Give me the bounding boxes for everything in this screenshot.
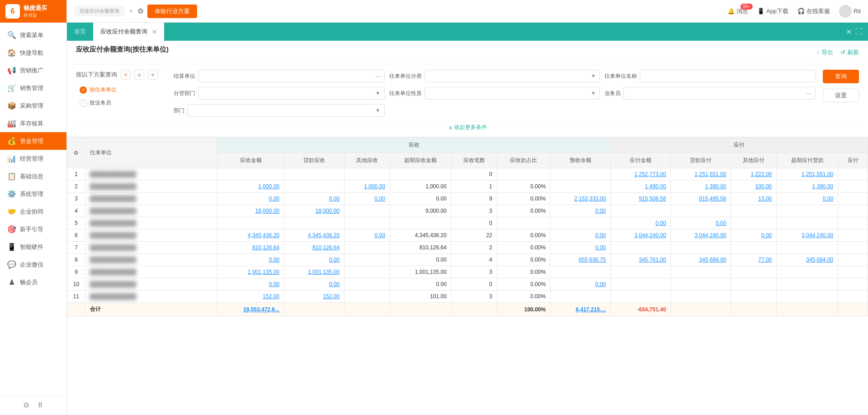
row-cell-3[interactable]: 4,345,436.20 <box>284 229 344 242</box>
row-cell-4[interactable]: 0.00 <box>344 229 390 242</box>
service-icon: 🎧 <box>797 8 805 14</box>
export-btn[interactable]: ↑ 导出 <box>817 48 834 57</box>
row-cell-3[interactable]: 0.00 <box>284 193 344 205</box>
footer-yushou[interactable]: 6,417,215.... <box>551 303 611 316</box>
sidebar-item-guide[interactable]: 🎯 新手引导 <box>0 220 66 238</box>
row-cell-2[interactable]: 152.00 <box>217 291 284 303</box>
sidebar-item-inventory[interactable]: 🏭 库存核算 <box>0 114 66 132</box>
row-cell-8[interactable]: 655,636.75 <box>551 254 611 266</box>
table-row: 1████████████01,252,773.001,251,551.001,… <box>67 168 868 181</box>
field-jiesuan-input[interactable]: ··· <box>198 70 385 82</box>
collapse-more-btn[interactable]: ∧ 收起更多条件 <box>448 124 487 131</box>
footer-yingshou-je[interactable]: 19,553,472,6... <box>217 303 284 316</box>
row-cell-8[interactable]: 0.00 <box>551 229 611 242</box>
field-bumen-input[interactable]: ▼ <box>187 104 385 117</box>
row-cell-9[interactable]: 345,761.00 <box>611 254 671 266</box>
row-cell-11[interactable]: 13.00 <box>731 193 777 205</box>
sidebar-item-system[interactable]: ⚙️ 系统管理 <box>0 185 66 203</box>
tab-expand-btn[interactable]: ⛶ <box>855 28 863 36</box>
row-cell-9[interactable]: 0.00 <box>611 217 671 229</box>
row-cell-12[interactable]: 345,684.00 <box>777 254 838 266</box>
row-cell-8[interactable]: 0.00 <box>551 205 611 217</box>
user-menu[interactable]: Rit <box>839 5 861 18</box>
row-cell-2[interactable]: 810,126.64 <box>217 242 284 254</box>
field-wanglai-xingzhi-input[interactable]: ▼ <box>425 87 600 100</box>
row-cell-2[interactable]: 4,345,436.20 <box>217 229 284 242</box>
row-cell-2[interactable]: 0.00 <box>217 193 284 205</box>
sidebar-item-quick-nav[interactable]: 🏠 快捷导航 <box>0 44 66 62</box>
refresh-btn[interactable]: ↺ 刷新 <box>840 48 859 57</box>
sidebar-settings-btn[interactable]: ⚙ <box>23 401 29 410</box>
row-cell-4[interactable]: 0.00 <box>344 193 390 205</box>
row-cell-9[interactable]: 3,044,240.00 <box>611 229 671 242</box>
row-cell-2[interactable]: 0.00 <box>217 278 284 291</box>
sidebar-item-basic-info[interactable]: 📋 基础信息 <box>0 167 66 185</box>
add-filter-btn[interactable]: + <box>121 70 131 80</box>
row-cell-10[interactable]: 0.00 <box>671 217 731 229</box>
sidebar-item-enterprise-wechat[interactable]: 💬 企业微信 <box>0 256 66 273</box>
messages-btn[interactable]: 🔔 消息 99+ <box>727 7 748 15</box>
th-settings[interactable]: ⚙ <box>67 138 85 168</box>
settings-icon[interactable]: ⚙ <box>137 7 144 15</box>
app-download-btn[interactable]: 📱 App下载 <box>757 7 788 15</box>
filter-by-unit[interactable]: ⊙ 按往来单位 <box>76 84 166 95</box>
field-wanglai-name-input[interactable] <box>640 70 816 82</box>
filter-settings-btn[interactable]: ⊙ <box>134 70 144 80</box>
row-cell-1: ████████████ <box>85 254 217 266</box>
query-btn[interactable]: 查询 <box>823 70 859 83</box>
row-cell-3[interactable]: 0.00 <box>284 254 344 266</box>
row-cell-11[interactable]: 1,222.00 <box>731 168 777 181</box>
row-cell-12[interactable]: 1,390.00 <box>777 181 838 193</box>
row-cell-3[interactable]: 18,000.00 <box>284 205 344 217</box>
tab-close-all-btn[interactable]: ✕ <box>846 28 852 36</box>
row-cell-3[interactable]: 0.00 <box>284 278 344 291</box>
row-cell-10[interactable]: 345,684.00 <box>671 254 731 266</box>
tab-home[interactable]: 首页 <box>67 23 93 41</box>
sidebar-item-operations[interactable]: 📊 经营管理 <box>0 150 66 167</box>
row-cell-8[interactable]: 2,153,333.00 <box>551 193 611 205</box>
row-cell-2[interactable]: 1,000.00 <box>217 181 284 193</box>
sidebar-item-purchase[interactable]: 📦 采购管理 <box>0 97 66 114</box>
trial-btn[interactable]: 体验行业方案 <box>147 5 197 18</box>
sidebar-item-smart-hardware[interactable]: 📱 智能硬件 <box>0 238 66 256</box>
row-cell-10[interactable]: 1,390.00 <box>671 181 731 193</box>
filter-collapse-btn[interactable]: « <box>148 70 158 80</box>
row-cell-3[interactable]: 810,126.64 <box>284 242 344 254</box>
row-cell-2[interactable]: 1,001,135.00 <box>217 266 284 278</box>
row-cell-3[interactable]: 152.00 <box>284 291 344 303</box>
tab-close-icon[interactable]: ✕ <box>152 29 157 35</box>
row-cell-12[interactable]: 0.00 <box>777 193 838 205</box>
tab-query[interactable]: 应收应付余额查询 ✕ <box>93 23 164 41</box>
field-fenguan-input[interactable]: ▼ <box>198 87 385 100</box>
row-cell-8[interactable]: 0.00 <box>551 242 611 254</box>
row-cell-12[interactable]: 1,251,551.00 <box>777 168 838 181</box>
row-cell-9[interactable]: 1,252,773.00 <box>611 168 671 181</box>
row-cell-10[interactable]: 3,044,240.00 <box>671 229 731 242</box>
row-cell-13 <box>838 254 868 266</box>
row-cell-2[interactable]: 0.00 <box>217 254 284 266</box>
setup-btn[interactable]: 设置 <box>823 89 859 102</box>
row-cell-9[interactable]: 1,490.00 <box>611 181 671 193</box>
sidebar-item-enterprise[interactable]: 🤝 企业协同 <box>0 203 66 220</box>
row-cell-11[interactable]: 77.00 <box>731 254 777 266</box>
row-cell-3[interactable]: 1,001,135.00 <box>284 266 344 278</box>
row-cell-9[interactable]: 915,508.56 <box>611 193 671 205</box>
field-yewuyuan-input[interactable]: ··· <box>623 87 816 100</box>
sidebar-collapse-btn[interactable]: ⏸ <box>37 401 44 410</box>
sidebar-item-marketing[interactable]: 📢 营销推广 <box>0 62 66 79</box>
row-cell-8[interactable]: 0.00 <box>551 278 611 291</box>
online-service-btn[interactable]: 🎧 在线客服 <box>797 7 830 15</box>
row-cell-11[interactable]: 100.00 <box>731 181 777 193</box>
row-cell-4[interactable]: 1,000.00 <box>344 181 390 193</box>
row-cell-2[interactable]: 18,000.00 <box>217 205 284 217</box>
row-cell-12[interactable]: 3,044,240.00 <box>777 229 838 242</box>
filter-by-staff[interactable]: ○ 按业务员 <box>76 97 166 109</box>
field-wanglai-fenlei-input[interactable]: ▼ <box>425 70 600 82</box>
sidebar-item-search[interactable]: 🔍 搜索菜单 <box>0 26 66 44</box>
sidebar-item-member[interactable]: ♟ 畅会员 <box>0 273 66 291</box>
row-cell-10[interactable]: 915,495.56 <box>671 193 731 205</box>
sidebar-item-sales[interactable]: 🛒 销售管理 <box>0 79 66 97</box>
row-cell-11[interactable]: 0.00 <box>731 229 777 242</box>
row-cell-10[interactable]: 1,251,551.00 <box>671 168 731 181</box>
sidebar-item-finance[interactable]: 💰 资金管理 <box>0 132 66 150</box>
